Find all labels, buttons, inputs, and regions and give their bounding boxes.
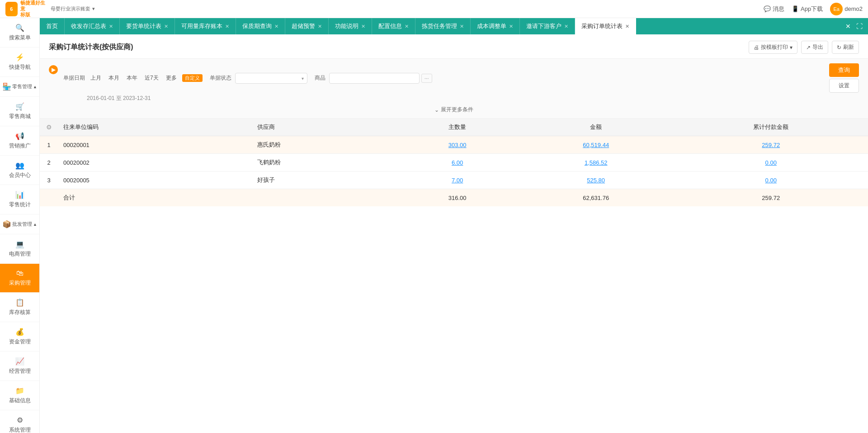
expand-more-button[interactable]: ⌄ 展开更多条件 bbox=[434, 106, 473, 114]
quicknav-icon: ⚡ bbox=[15, 53, 24, 62]
row-3-paid[interactable]: 0.00 bbox=[674, 171, 868, 189]
row-3-qty[interactable]: 7.00 bbox=[396, 171, 518, 189]
sidebar-item-shop[interactable]: 🛒 零售商城 bbox=[0, 97, 39, 126]
export-button[interactable]: ↗ 导出 bbox=[801, 41, 828, 54]
page-actions: 🖨 按模板打印 ▾ ↗ 导出 ↻ 刷新 bbox=[749, 41, 859, 54]
date-shortcut-thismonth[interactable]: 本月 bbox=[107, 73, 121, 83]
goods-more-button[interactable]: ··· bbox=[421, 74, 432, 83]
status-filter-label: 单据状态 bbox=[210, 74, 231, 82]
date-shortcut-7days[interactable]: 近7天 bbox=[143, 73, 160, 83]
date-shortcut-lastmonth[interactable]: 上月 bbox=[89, 73, 103, 83]
operation-icon: 📈 bbox=[15, 357, 24, 366]
tab-close-funcguide[interactable]: ✕ bbox=[361, 24, 365, 29]
tab-config[interactable]: 配置信息 ✕ bbox=[372, 18, 415, 34]
row-3-index: 3 bbox=[40, 171, 58, 189]
sidebar-item-member[interactable]: 👥 会员中心 bbox=[0, 156, 39, 185]
sidebar-item-finance[interactable]: 💰 资金管理 bbox=[0, 322, 39, 352]
finance-icon: 💰 bbox=[15, 328, 24, 336]
date-filter-label: 单据日期 bbox=[63, 74, 85, 82]
row-1-amount[interactable]: 60,519.44 bbox=[518, 136, 674, 154]
settings-button[interactable]: 设置 bbox=[829, 79, 859, 93]
date-shortcut-thisyear[interactable]: 本年 bbox=[125, 73, 139, 83]
goods-input[interactable] bbox=[329, 73, 420, 84]
wholesale-arrow: ▲ bbox=[33, 222, 37, 227]
column-settings-icon[interactable]: ⚙ bbox=[46, 124, 52, 131]
refresh-button[interactable]: ↻ 刷新 bbox=[832, 41, 859, 54]
tab-close-available[interactable]: ✕ bbox=[225, 24, 229, 29]
tab-costadjust[interactable]: 成本调整单 ✕ bbox=[471, 18, 520, 34]
tab-close-invite[interactable]: ✕ bbox=[564, 24, 568, 29]
sidebar-item-wholesale[interactable]: 📦 批发管理 ▲ bbox=[0, 214, 39, 234]
date-shortcut-more[interactable]: 更多 bbox=[164, 73, 179, 83]
tab-home[interactable]: 首页 bbox=[40, 18, 65, 34]
tab-demand[interactable]: 要货单统计表 ✕ bbox=[120, 18, 175, 34]
sidebar-item-retail-stat[interactable]: 📊 零售统计 bbox=[0, 185, 39, 214]
system-icon: ⚙ bbox=[17, 416, 23, 424]
sidebar-item-inventory[interactable]: 📋 库存核算 bbox=[0, 293, 39, 322]
date-custom-badge[interactable]: 自定义 bbox=[182, 74, 203, 82]
tab-close-purchasestat[interactable]: ✕ bbox=[625, 24, 629, 29]
tab-available[interactable]: 可用量库存账本 ✕ bbox=[175, 18, 236, 34]
tab-inout[interactable]: 收发存汇总表 ✕ bbox=[65, 18, 120, 34]
filter-bar: ▶ 单据日期 上月 本月 本年 近7天 更多 bbox=[40, 59, 868, 119]
sidebar-item-purchase[interactable]: 🛍 采购管理 bbox=[0, 264, 39, 293]
row-3-supplier: 好孩子 bbox=[252, 171, 396, 189]
sidebar-item-quicknav[interactable]: ⚡ 快捷导航 bbox=[0, 48, 39, 77]
row-2-paid[interactable]: 0.00 bbox=[674, 154, 868, 171]
app-download-button[interactable]: 📱 App下载 bbox=[792, 5, 823, 13]
tab-picktask[interactable]: 拣货任务管理 ✕ bbox=[415, 18, 471, 34]
row-2-amount[interactable]: 1,586.52 bbox=[518, 154, 674, 171]
sidebar-item-operation[interactable]: 📈 经营管理 bbox=[0, 352, 39, 381]
row-1-qty[interactable]: 303.00 bbox=[396, 136, 518, 154]
footer-qty: 316.00 bbox=[396, 189, 518, 207]
tab-close-inout[interactable]: ✕ bbox=[109, 24, 113, 29]
tab-close-picktask[interactable]: ✕ bbox=[460, 24, 464, 29]
tab-close-config[interactable]: ✕ bbox=[405, 24, 409, 29]
row-3-amount[interactable]: 525.80 bbox=[518, 171, 674, 189]
shop-icon: 🛒 bbox=[15, 102, 24, 111]
template-arrow: ▾ bbox=[790, 44, 793, 51]
goods-input-wrapper: ··· bbox=[329, 73, 432, 84]
account-dropdown[interactable]: 母婴行业演示账套 ▾ bbox=[51, 5, 758, 12]
top-right-actions: 💬 消息 📱 App下载 Ea demo2 bbox=[764, 3, 863, 15]
tab-expiry[interactable]: 保质期查询 ✕ bbox=[236, 18, 285, 34]
message-icon: 💬 bbox=[764, 5, 771, 12]
tab-close-demand[interactable]: ✕ bbox=[164, 24, 168, 29]
tab-purchasestat[interactable]: 采购订单统计表 ✕ bbox=[575, 18, 636, 34]
tab-close-expiry[interactable]: ✕ bbox=[274, 24, 278, 29]
template-print-button[interactable]: 🖨 按模板打印 ▾ bbox=[749, 41, 797, 54]
tab-overstock[interactable]: 超储预警 ✕ bbox=[285, 18, 329, 34]
tab-close-all[interactable]: ✕ bbox=[844, 21, 853, 32]
footer-label: 合计 bbox=[58, 189, 396, 207]
row-1-index: 1 bbox=[40, 136, 58, 154]
sidebar-item-basic[interactable]: 📁 基础信息 bbox=[0, 381, 39, 410]
row-1-paid[interactable]: 259.72 bbox=[674, 136, 868, 154]
user-profile[interactable]: Ea demo2 bbox=[830, 3, 863, 15]
tab-close-costadjust[interactable]: ✕ bbox=[509, 24, 513, 29]
row-1-code: 00020001 bbox=[58, 136, 252, 154]
date-range-display: 2016-01-01 至 2023-12-31 bbox=[63, 95, 859, 102]
sidebar-item-ecom[interactable]: 💻 电商管理 bbox=[0, 234, 39, 264]
tab-close-overstock[interactable]: ✕ bbox=[318, 24, 322, 29]
expand-down-icon: ⌄ bbox=[434, 107, 439, 113]
purchase-icon: 🛍 bbox=[16, 269, 24, 277]
status-select[interactable] bbox=[235, 73, 307, 84]
sidebar-item-search[interactable]: 🔍 搜索菜单 bbox=[0, 18, 39, 48]
col-supplier: 供应商 bbox=[252, 119, 396, 136]
collapse-filter-button[interactable]: ▶ bbox=[49, 65, 58, 74]
row-2-qty[interactable]: 6.00 bbox=[396, 154, 518, 171]
col-amount: 金额 bbox=[518, 119, 674, 136]
search-button[interactable]: 查询 bbox=[829, 63, 859, 77]
message-button[interactable]: 💬 消息 bbox=[764, 5, 784, 13]
sidebar-item-system[interactable]: ⚙ 系统管理 bbox=[0, 410, 39, 433]
basic-icon: 📁 bbox=[15, 386, 24, 395]
status-select-wrapper bbox=[235, 73, 307, 84]
col-paid: 累计付款金额 bbox=[674, 119, 868, 136]
tab-fullscreen[interactable]: ⛶ bbox=[854, 21, 864, 32]
row-3-code: 00020005 bbox=[58, 171, 252, 189]
tab-funcguide[interactable]: 功能说明 ✕ bbox=[329, 18, 372, 34]
search-icon: 🔍 bbox=[15, 24, 24, 32]
sidebar-item-retail[interactable]: 🏪 零售管理 ▲ bbox=[0, 77, 39, 97]
tab-invite[interactable]: 邀请下游客户 ✕ bbox=[520, 18, 575, 34]
sidebar-item-marketing[interactable]: 📢 营销推广 bbox=[0, 126, 39, 156]
